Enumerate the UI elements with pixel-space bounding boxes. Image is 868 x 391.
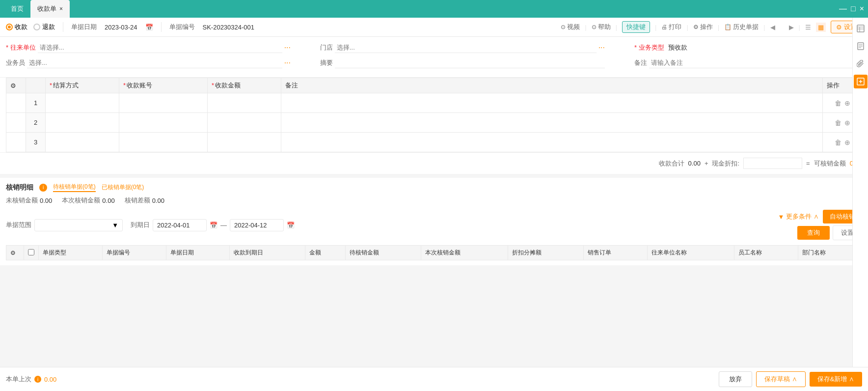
summary-input[interactable]	[335, 57, 605, 68]
save-draft-label: 保存草稿 ∧	[764, 375, 797, 384]
total-label: 收款合计	[659, 159, 684, 168]
radio-refund-label: 退款	[42, 23, 55, 31]
right-sidebar	[852, 18, 868, 391]
staff-more-btn[interactable]: ···	[284, 58, 291, 67]
row1-jine[interactable]	[208, 93, 281, 113]
help-btn[interactable]: ⊙ 帮助	[592, 23, 611, 31]
stat-uncanceled-label: 未核销金额	[6, 196, 38, 205]
calendar-icon-1[interactable]: 📅	[210, 222, 217, 229]
available-label: 可核销金额	[814, 159, 846, 168]
bt-col-number: 单据编号	[102, 246, 166, 260]
save-draft-btn[interactable]: 保存草稿 ∧	[756, 371, 806, 387]
calc-row: 收款合计 0.00 + 现金折扣: = 可核销金额 0.00	[0, 152, 868, 174]
jine-required: *	[212, 82, 214, 89]
partner-more-btn[interactable]: ···	[284, 43, 291, 52]
business-type-field: * 业务类型 预收款 ▼	[634, 42, 862, 54]
col-shoukuan-header: *收款账号	[119, 78, 208, 93]
bt-select-all[interactable]	[28, 249, 34, 255]
calendar-icon[interactable]: 📅	[145, 24, 153, 31]
range-dropdown-icon: ▼	[112, 222, 118, 229]
staff-input[interactable]	[27, 57, 282, 68]
store-input[interactable]	[335, 42, 597, 53]
row1-beizhu[interactable]	[281, 93, 823, 113]
row1-shoukuan[interactable]	[119, 93, 208, 113]
store-more-btn[interactable]: ···	[598, 43, 605, 52]
stat-diff-label: 核销差额	[125, 196, 150, 205]
nav-prev-icon[interactable]: ◀	[770, 24, 775, 31]
filter-left: 单据范围 ▼ 到期日 📅 — 📅	[6, 219, 295, 231]
row1-jiesuan[interactable]	[46, 93, 119, 113]
minimize-btn[interactable]: —	[839, 4, 847, 13]
window-close-btn[interactable]: ×	[860, 4, 864, 13]
hexiao-tab-pending[interactable]: 待核销单据(0笔)	[53, 183, 96, 192]
stat-this-cancel-label: 本次核销金额	[62, 196, 100, 205]
stat-this-cancel-value: 0.00	[102, 197, 114, 204]
sidebar-form-icon[interactable]	[854, 39, 868, 53]
table-section: ⚙ *结算方式 *收款账号 *收款金额 备注 操作 1	[0, 78, 868, 152]
row1-delete-btn[interactable]: 🗑	[835, 99, 841, 107]
more-filter-btn[interactable]: ▼ 更多条件 ∧	[778, 212, 819, 221]
sidebar-expand-icon[interactable]	[854, 75, 868, 88]
sidebar-attachment-icon[interactable]	[854, 57, 868, 71]
bt-col-setting[interactable]: ⚙	[6, 246, 24, 260]
card-view-icon[interactable]: ▦	[816, 23, 826, 32]
video-btn[interactable]: ⊙ 视频	[561, 23, 580, 31]
row3-beizhu[interactable]	[281, 133, 823, 152]
history-btn[interactable]: 📋 历史单据	[724, 23, 759, 31]
remark-input[interactable]	[649, 57, 862, 68]
maximize-btn[interactable]: □	[851, 4, 856, 13]
print-btn[interactable]: 🖨 打印	[661, 23, 681, 31]
stat-diff: 核销差额 0.00	[125, 196, 164, 205]
nav-tab-active[interactable]: 收款单 ×	[30, 0, 70, 18]
row3-shoukuan[interactable]	[119, 133, 208, 152]
query-btn[interactable]: 查询	[797, 226, 830, 240]
date-from-input[interactable]	[153, 219, 207, 231]
row2-num: 2	[26, 113, 46, 133]
bt-col-checkbox[interactable]	[24, 246, 39, 260]
hexiao-tab-done[interactable]: 已核销单据(0笔)	[102, 183, 144, 192]
col-jine-header: *收款金额	[208, 78, 281, 93]
bt-col-salesorder: 销售订单	[583, 246, 647, 260]
row2-delete-btn[interactable]: 🗑	[835, 119, 841, 127]
plus-label: +	[705, 160, 708, 167]
receipt-table: ⚙ *结算方式 *收款账号 *收款金额 备注 操作 1	[6, 78, 862, 152]
row3-delete-btn[interactable]: 🗑	[835, 139, 841, 146]
row2-shoukuan[interactable]	[119, 113, 208, 133]
date-to-input[interactable]	[230, 219, 284, 231]
partner-field: * 往来单位 ···	[6, 42, 291, 53]
row1-copy-btn[interactable]: ⊕	[844, 99, 850, 107]
nav-tab-home[interactable]: 首页	[4, 0, 30, 18]
prev-next-label: 本单上次	[6, 375, 31, 384]
range-select[interactable]: ▼	[34, 219, 123, 231]
col-setting-header[interactable]: ⚙	[6, 78, 26, 93]
hexiao-info-icon[interactable]: i	[39, 184, 47, 192]
calendar-icon-2[interactable]: 📅	[287, 222, 295, 229]
sidebar-table-icon[interactable]	[854, 22, 868, 35]
save-new-btn[interactable]: 保存&新增 ∧	[810, 372, 862, 387]
discount-input[interactable]	[743, 158, 802, 169]
filter-row: 单据范围 ▼ 到期日 📅 — 📅 ▼ 更多条件 ∧	[6, 210, 862, 240]
row3-jiesuan[interactable]	[46, 133, 119, 152]
grid-view-icon[interactable]: ☰	[805, 24, 811, 31]
filter-icon: ▼	[778, 213, 785, 221]
nav-next-icon[interactable]: ▶	[789, 24, 794, 31]
date-value: 2023-03-24	[105, 24, 137, 31]
info-icon-bottom[interactable]: i	[34, 376, 41, 383]
svg-rect-0	[857, 25, 864, 32]
close-tab-icon[interactable]: ×	[59, 5, 63, 12]
jiesuan-required: *	[50, 82, 52, 89]
partner-input[interactable]	[38, 42, 282, 53]
row3-jine[interactable]	[208, 133, 281, 152]
shortcut-btn[interactable]: 快捷键	[622, 21, 650, 33]
table-setting-icon[interactable]: ⚙	[10, 82, 16, 89]
row2-jine[interactable]	[208, 113, 281, 133]
abandon-btn[interactable]: 放弃	[719, 371, 752, 387]
radio-receipt[interactable]: 收款	[6, 23, 27, 31]
operation-btn[interactable]: ⚙ 操作	[693, 23, 713, 31]
row2-copy-btn[interactable]: ⊕	[844, 119, 850, 127]
row2-jiesuan[interactable]	[46, 113, 119, 133]
col-beizhu-header: 备注	[281, 78, 823, 93]
row3-copy-btn[interactable]: ⊕	[844, 139, 850, 146]
row2-beizhu[interactable]	[281, 113, 823, 133]
radio-refund[interactable]: 退款	[33, 23, 55, 31]
